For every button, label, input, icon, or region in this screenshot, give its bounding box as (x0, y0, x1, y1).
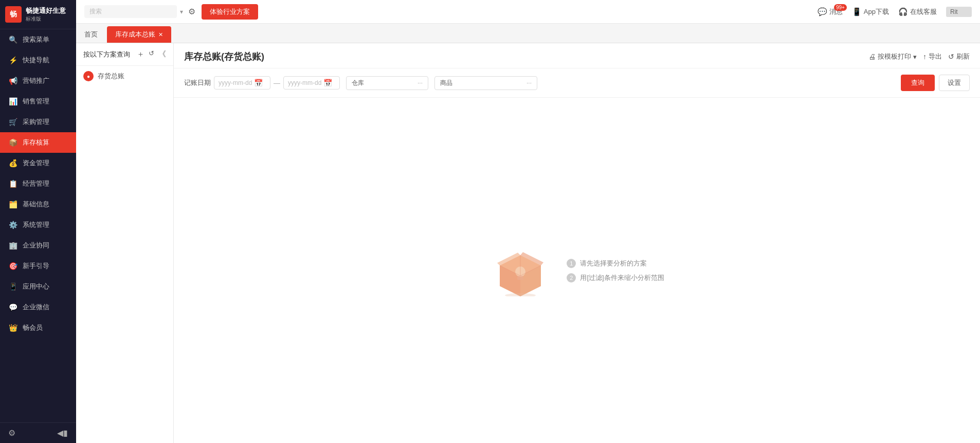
sidebar-label-purchase: 采购管理 (23, 117, 49, 127)
sidebar-icon-basic: 🗂️ (8, 200, 17, 209)
tip-num-2: 2 (567, 273, 576, 282)
sidebar-icon-guide: 🎯 (8, 261, 17, 271)
filter-title: 按以下方案查询 (83, 50, 137, 59)
sidebar-item-operation[interactable]: 📋 经营管理 (0, 173, 76, 194)
sidebar-label-appstore: 应用中心 (23, 282, 49, 291)
empty-tips: 1 请先选择要分析的方案 2 用[过滤]条件来缩小分析范围 (567, 259, 664, 282)
topbar-search-box[interactable]: 搜索 (84, 5, 177, 18)
logo-text: 畅捷通好生意 标准版 (26, 6, 66, 23)
sidebar-icon-search: 🔍 (8, 35, 17, 44)
sidebar-item-system[interactable]: ⚙️ 系统管理 (0, 215, 76, 235)
setting-button[interactable]: 设置 (939, 75, 970, 91)
sidebar-item-finance[interactable]: 💰 资金管理 (0, 153, 76, 173)
filter-item-label: 存货总账 (98, 72, 124, 81)
warehouse-select[interactable]: 仓库 ··· (346, 76, 428, 90)
online-support-button[interactable]: 🎧 在线客服 (898, 7, 937, 16)
product-select[interactable]: 商品 ··· (434, 76, 537, 90)
sidebar-item-search[interactable]: 🔍 搜索菜单 (0, 29, 76, 50)
sidebar-item-appstore[interactable]: 📱 应用中心 (0, 276, 76, 297)
sidebar-item-shortcut[interactable]: ⚡ 快捷导航 (0, 50, 76, 70)
search-chevron-icon[interactable]: ▾ (180, 8, 183, 15)
sidebar-icon-wxwork: 💬 (8, 303, 17, 312)
sidebar-icon-system: ⚙️ (8, 220, 17, 229)
product-label: 商品 (440, 79, 452, 87)
tab-home[interactable]: 首页 (76, 26, 106, 43)
print-chevron-icon: ▾ (913, 53, 917, 61)
sidebar-item-purchase[interactable]: 🛒 采购管理 (0, 112, 76, 132)
sidebar-icon-vip: 👑 (8, 323, 17, 332)
filter-collapse-icon[interactable]: 《 (158, 49, 166, 59)
settings-icon[interactable]: ⚙ (8, 428, 15, 438)
sidebar-label-basic: 基础信息 (23, 200, 49, 209)
refresh-button[interactable]: ↺ 刷新 (948, 52, 970, 61)
print-icon: 🖨 (868, 52, 876, 61)
sidebar-label-operation: 经营管理 (23, 179, 49, 188)
topbar-left: 搜索 ▾ ⚙ 体验行业方案 (84, 4, 818, 20)
sidebar-label-guide: 新手引导 (23, 261, 49, 271)
sidebar-icon-marketing: 📢 (8, 76, 17, 85)
sidebar-item-enterprise[interactable]: 🏢 企业协同 (0, 235, 76, 256)
app-download-button[interactable]: 📱 App下载 (852, 7, 889, 16)
sidebar-item-inventory[interactable]: 📦 库存核算 (0, 132, 76, 153)
sidebar-nav: 🔍 搜索菜单 ⚡ 快捷导航 📢 营销推广 📊 销售管理 🛒 采购管理 📦 库存核… (0, 29, 76, 422)
date-start-input[interactable]: yyyy-mm-dd 📅 (214, 76, 270, 90)
calendar-end-icon: 📅 (323, 79, 332, 87)
message-button[interactable]: 💬 消息 99+ (818, 7, 843, 16)
sidebar-label-search: 搜索菜单 (23, 35, 49, 44)
sidebar-item-guide[interactable]: 🎯 新手引导 (0, 256, 76, 276)
topbar: 搜索 ▾ ⚙ 体验行业方案 💬 消息 99+ 📱 App下载 🎧 在线客服 Ri… (76, 0, 980, 24)
sidebar-icon-operation: 📋 (8, 179, 17, 188)
sidebar-item-vip[interactable]: 👑 畅会员 (0, 317, 76, 338)
sidebar-label-shortcut: 快捷导航 (23, 56, 49, 65)
industry-solution-button[interactable]: 体验行业方案 (202, 4, 258, 20)
search-button[interactable]: 查询 (901, 75, 935, 91)
filter-item-inventory-ledger[interactable]: ● 存货总账 (76, 66, 173, 86)
filter-refresh-icon[interactable]: ↺ (149, 49, 154, 59)
sidebar-label-vip: 畅会员 (23, 323, 43, 332)
page-header: 库存总账(存货总账) 🖨 按模板打印 ▾ ↑ 导出 ↺ 刷新 (174, 43, 980, 68)
tip-num-1: 1 (567, 259, 576, 268)
main-area: 搜索 ▾ ⚙ 体验行业方案 💬 消息 99+ 📱 App下载 🎧 在线客服 Ri… (76, 0, 980, 443)
print-button[interactable]: 🖨 按模板打印 ▾ (868, 52, 917, 61)
main-content: 库存总账(存货总账) 🖨 按模板打印 ▾ ↑ 导出 ↺ 刷新 (174, 43, 980, 443)
warehouse-label: 仓库 (352, 79, 364, 87)
date-end-placeholder: yyyy-mm-dd (288, 79, 321, 86)
tab-inventory-ledger[interactable]: 库存成本总账 ✕ (107, 26, 171, 43)
empty-tip-2: 2 用[过滤]条件来缩小分析范围 (567, 273, 664, 282)
search-placeholder: 搜索 (89, 7, 102, 16)
date-start-placeholder: yyyy-mm-dd (219, 79, 252, 86)
date-field: 记账日期 yyyy-mm-dd 📅 — yyyy-mm-dd 📅 (184, 76, 340, 90)
product-more-icon: ··· (527, 79, 532, 86)
empty-content: 1 请先选择要分析的方案 2 用[过滤]条件来缩小分析范围 (489, 245, 664, 296)
sidebar-item-marketing[interactable]: 📢 营销推广 (0, 70, 76, 91)
sidebar-label-wxwork: 企业微信 (23, 303, 49, 312)
logo-icon: 畅 (5, 6, 22, 23)
date-end-input[interactable]: yyyy-mm-dd 📅 (283, 76, 340, 90)
filter-header-icons: ＋ ↺ 《 (137, 49, 166, 59)
content-area: 按以下方案查询 ＋ ↺ 《 ● 存货总账 库存总账(存货总账) (76, 43, 980, 443)
audio-icon[interactable]: ◀▮ (57, 428, 68, 438)
export-button[interactable]: ↑ 导出 (923, 52, 942, 61)
sidebar-logo: 畅 畅捷通好生意 标准版 (0, 0, 76, 29)
sidebar-icon-sales: 📊 (8, 97, 17, 106)
sidebar-label-enterprise: 企业协同 (23, 241, 49, 250)
filter-header: 按以下方案查询 ＋ ↺ 《 (76, 43, 173, 66)
sidebar-item-wxwork[interactable]: 💬 企业微信 (0, 297, 76, 317)
calendar-start-icon: 📅 (254, 79, 263, 87)
topbar-right: 💬 消息 99+ 📱 App下载 🎧 在线客服 Rit (818, 7, 972, 17)
sidebar-icon-enterprise: 🏢 (8, 241, 17, 250)
tab-close-icon[interactable]: ✕ (158, 31, 163, 38)
topbar-gear-icon[interactable]: ⚙ (188, 7, 195, 16)
filter-add-icon[interactable]: ＋ (137, 49, 144, 59)
sidebar-item-basic[interactable]: 🗂️ 基础信息 (0, 194, 76, 215)
warehouse-more-icon: ··· (418, 79, 423, 86)
sidebar-item-sales[interactable]: 📊 销售管理 (0, 91, 76, 112)
user-avatar[interactable]: Rit (946, 7, 972, 17)
svg-rect-7 (517, 276, 523, 280)
phone-icon: 📱 (852, 7, 862, 16)
sidebar: 畅 畅捷通好生意 标准版 🔍 搜索菜单 ⚡ 快捷导航 📢 营销推广 📊 销售管理… (0, 0, 76, 443)
headset-icon: 🎧 (898, 7, 908, 16)
tip-text-2: 用[过滤]条件来缩小分析范围 (580, 273, 664, 282)
search-actions: 查询 设置 (901, 75, 970, 91)
page-actions: 🖨 按模板打印 ▾ ↑ 导出 ↺ 刷新 (868, 52, 970, 61)
